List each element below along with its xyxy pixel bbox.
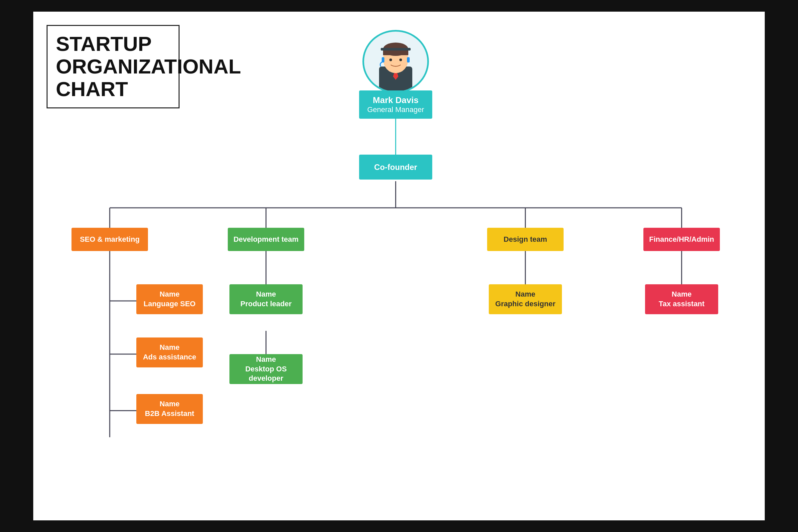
manager-name: Mark Davis — [362, 95, 429, 106]
graphic-node: Name Graphic designer — [489, 284, 562, 314]
product-node: Name Product leader — [229, 284, 303, 314]
manager-name-box: Mark Davis General Manager — [359, 91, 432, 119]
b2b-node: Name B2B Assistant — [136, 394, 203, 424]
avatar-svg — [369, 33, 422, 92]
svg-rect-23 — [381, 48, 411, 51]
desktop-node: Name Desktop OS developer — [229, 354, 303, 384]
tax-node: Name Tax assistant — [645, 284, 718, 314]
svg-point-24 — [390, 58, 392, 61]
cofounder-node: Co-founder — [359, 155, 432, 179]
manager-role: General Manager — [362, 106, 429, 114]
chart-container: STARTUP ORGANIZATIONAL CHART — [33, 12, 765, 520]
chart-title: STARTUP ORGANIZATIONAL CHART — [56, 33, 170, 101]
ads-node: Name Ads assistance — [136, 338, 203, 367]
dev-node: Development team — [228, 228, 304, 251]
seo-node: SEO & marketing — [72, 228, 148, 251]
lang-seo-node: Name Language SEO — [136, 284, 203, 314]
title-box: STARTUP ORGANIZATIONAL CHART — [46, 25, 179, 108]
design-node: Design team — [487, 228, 564, 251]
manager-card: Mark Davis General Manager — [359, 30, 432, 119]
finance-node: Finance/HR/Admin — [643, 228, 720, 251]
svg-point-25 — [399, 58, 402, 61]
svg-rect-27 — [407, 57, 410, 62]
manager-avatar — [362, 30, 429, 93]
